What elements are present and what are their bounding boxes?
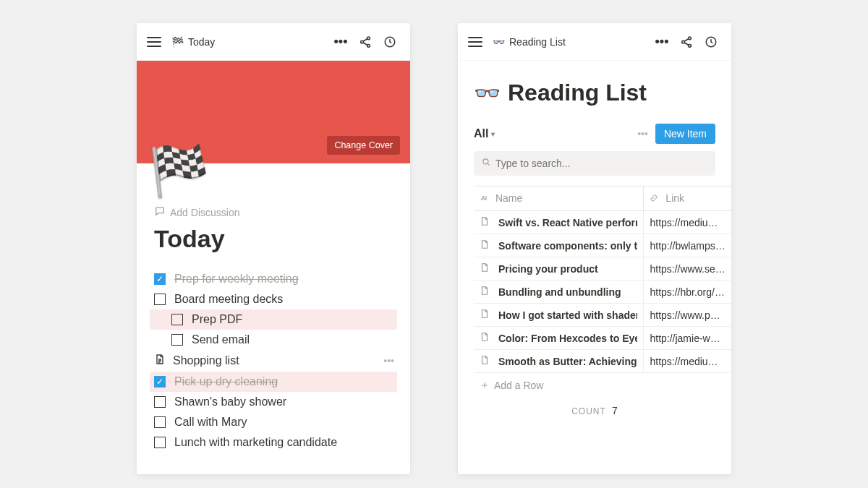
row-name: Pricing your product bbox=[498, 263, 598, 275]
chat-icon bbox=[154, 205, 166, 219]
row-link: http://bwlampson bbox=[644, 234, 731, 257]
row-link: https://www.patre bbox=[644, 304, 731, 327]
breadcrumb-label: Reading List bbox=[509, 36, 566, 48]
change-cover-button[interactable]: Change Cover bbox=[327, 136, 400, 155]
reading-list-card: 👓 Reading List 👓 Reading List All ▾ New … bbox=[458, 23, 731, 474]
new-item-button[interactable]: New Item bbox=[655, 124, 715, 144]
breadcrumb-label: Today bbox=[188, 36, 215, 48]
checkbox-icon[interactable] bbox=[154, 396, 166, 408]
share-icon[interactable] bbox=[355, 32, 375, 52]
todo-item[interactable]: Shawn's baby shower bbox=[150, 392, 397, 412]
todo-item[interactable]: Send email bbox=[150, 330, 397, 350]
todo-text: Send email bbox=[192, 333, 250, 346]
table-row[interactable]: Swift vs. React Native performancehttps:… bbox=[474, 211, 731, 234]
more-icon[interactable] bbox=[331, 32, 351, 52]
todo-item[interactable]: ✓ Prep for weekly meeting bbox=[150, 269, 397, 289]
todo-text: Call with Mary bbox=[174, 416, 247, 429]
breadcrumb[interactable]: 🏁 Today bbox=[171, 36, 215, 48]
row-name: Swift vs. React Native performance bbox=[498, 217, 637, 228]
plus-icon: ＋ bbox=[480, 379, 490, 392]
page-link-label: Shopping list bbox=[173, 354, 239, 367]
svg-point-8 bbox=[483, 159, 488, 164]
page-icon bbox=[480, 355, 490, 367]
checkbox-icon[interactable] bbox=[171, 314, 183, 325]
count-value: 7 bbox=[612, 405, 618, 416]
today-card: 🏁 Today Change Cover 🏁 Add Discussion To… bbox=[137, 23, 410, 474]
db-more-icon[interactable] bbox=[637, 128, 648, 140]
todo-text: Board meeting decks bbox=[174, 293, 283, 306]
share-icon[interactable] bbox=[676, 32, 697, 52]
clock-icon[interactable] bbox=[701, 32, 721, 52]
page-icon bbox=[154, 354, 166, 368]
topbar: 👓 Reading List bbox=[458, 23, 731, 61]
row-name: Software components: only the giants bbox=[498, 240, 637, 252]
row-link: http://jamie-wong bbox=[644, 327, 731, 350]
page-emoji-icon[interactable]: 🏁 bbox=[148, 146, 210, 195]
todo-item[interactable]: Prep PDF bbox=[150, 309, 397, 330]
todo-list: ✓ Prep for weekly meeting Board meeting … bbox=[137, 269, 410, 453]
todo-text: Shawn's baby shower bbox=[174, 395, 286, 408]
todo-item[interactable]: Call with Mary bbox=[150, 412, 397, 432]
todo-text: Prep PDF bbox=[192, 313, 242, 326]
page-icon bbox=[480, 262, 490, 275]
database-toolbar: All ▾ New Item bbox=[474, 124, 715, 144]
page-icon bbox=[480, 332, 490, 344]
row-name: Smooth as Butter: Achieving 60 FPS A bbox=[498, 356, 637, 367]
table-row[interactable]: Smooth as Butter: Achieving 60 FPS Ahttp… bbox=[474, 350, 731, 373]
todo-text: Lunch with marketing candidate bbox=[174, 436, 337, 449]
breadcrumb[interactable]: 👓 Reading List bbox=[493, 36, 566, 48]
add-discussion-label: Add Discussion bbox=[170, 207, 240, 218]
view-label: All bbox=[474, 127, 488, 140]
page-icon bbox=[480, 309, 490, 321]
page-title[interactable]: Reading List bbox=[508, 80, 647, 106]
table-row[interactable]: How I got started with shaders (Non-Shtt… bbox=[474, 304, 731, 327]
link-icon bbox=[650, 193, 661, 205]
clock-icon[interactable] bbox=[380, 32, 400, 52]
hamburger-icon[interactable] bbox=[147, 37, 161, 47]
add-row-label: Add a Row bbox=[494, 380, 543, 391]
table-row[interactable]: Color: From Hexcodes to Eyeballshttp://j… bbox=[474, 327, 731, 350]
search-input[interactable] bbox=[495, 158, 708, 169]
cover-image: Change Cover 🏁 bbox=[137, 61, 410, 163]
todo-item[interactable]: Board meeting decks bbox=[150, 289, 397, 309]
checkbox-icon[interactable] bbox=[154, 294, 166, 305]
more-icon[interactable] bbox=[652, 32, 672, 52]
row-link: https://medium.co bbox=[644, 350, 731, 373]
row-link: https://www.sequ bbox=[644, 257, 731, 281]
page-icon bbox=[480, 286, 490, 298]
column-header-name[interactable]: Name bbox=[474, 187, 644, 211]
page-title[interactable]: Today bbox=[154, 225, 393, 253]
row-count: COUNT 7 bbox=[474, 405, 715, 416]
row-name: How I got started with shaders (Non-S bbox=[498, 309, 637, 321]
column-header-link[interactable]: Link bbox=[644, 187, 731, 211]
reading-list-table: Name Link Swift vs. React Native perform… bbox=[474, 186, 731, 373]
checkbox-icon[interactable] bbox=[154, 416, 166, 428]
add-discussion-button[interactable]: Add Discussion bbox=[154, 205, 393, 219]
search-input-wrap[interactable] bbox=[474, 151, 715, 176]
checkbox-icon[interactable] bbox=[154, 437, 166, 448]
checkbox-icon[interactable]: ✓ bbox=[154, 273, 166, 285]
glasses-icon: 👓 bbox=[493, 36, 505, 48]
todo-text: Pick up dry cleaning bbox=[174, 375, 278, 388]
checkbox-icon[interactable] bbox=[171, 334, 183, 346]
page-link-row[interactable]: Shopping list bbox=[150, 350, 397, 372]
topbar: 🏁 Today bbox=[137, 23, 410, 61]
count-label: COUNT bbox=[571, 406, 605, 416]
row-name: Color: From Hexcodes to Eyeballs bbox=[498, 333, 637, 344]
page-emoji-icon[interactable]: 👓 bbox=[474, 80, 501, 106]
text-icon bbox=[480, 193, 491, 205]
todo-text: Prep for weekly meeting bbox=[174, 273, 299, 286]
todo-item[interactable]: Lunch with marketing candidate bbox=[150, 432, 397, 453]
page-header: 👓 Reading List bbox=[474, 80, 715, 106]
add-row-button[interactable]: ＋ Add a Row bbox=[474, 373, 715, 398]
table-row[interactable]: Software components: only the giantshttp… bbox=[474, 234, 731, 257]
hamburger-icon[interactable] bbox=[468, 37, 482, 47]
table-row[interactable]: Bundling and unbundlinghttps://hbr.org/2… bbox=[474, 281, 731, 304]
view-selector[interactable]: All ▾ bbox=[474, 127, 495, 140]
row-more-icon[interactable] bbox=[383, 354, 394, 367]
checkbox-icon[interactable]: ✓ bbox=[154, 376, 166, 388]
todo-item[interactable]: ✓ Pick up dry cleaning bbox=[150, 372, 397, 392]
chevron-down-icon: ▾ bbox=[491, 130, 495, 138]
table-row[interactable]: Pricing your producthttps://www.sequ bbox=[474, 257, 731, 281]
page-icon bbox=[480, 239, 490, 252]
